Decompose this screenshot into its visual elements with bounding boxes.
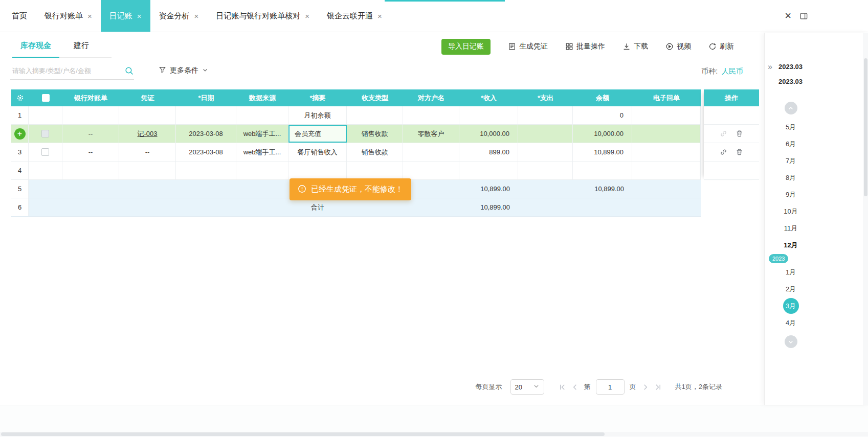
month-item[interactable]: 3月	[765, 297, 817, 314]
toast-text: 已经生成凭证，不能修改！	[311, 185, 403, 194]
column-header: 银行对账单	[62, 89, 119, 106]
per-page-value: 20	[515, 383, 522, 391]
search-icon[interactable]	[124, 66, 134, 76]
more-conditions-label: 更多条件	[170, 66, 198, 75]
top-tab-bar: 首页银行对账单×日记账×资金分析×日记账与银行对账单核对×银企云联开通× ×	[0, 0, 868, 32]
month-item[interactable]: 9月	[765, 186, 817, 203]
delete-icon[interactable]	[736, 130, 743, 137]
panel-date[interactable]: 2023.03	[778, 74, 803, 89]
scroll-months-down-button[interactable]	[785, 335, 797, 348]
account-tab[interactable]: 库存现金	[12, 35, 59, 58]
more-conditions-button[interactable]: 更多条件	[159, 66, 208, 75]
row-checkbox[interactable]	[41, 130, 49, 137]
close-all-icon[interactable]: ×	[785, 10, 791, 21]
column-header: *摘要	[288, 89, 347, 106]
batch-operations-button[interactable]: 批量操作	[565, 42, 605, 51]
next-page-button[interactable]	[641, 383, 649, 391]
cell-counterparty	[403, 143, 459, 161]
month-item[interactable]: 12月	[765, 237, 817, 254]
month-item[interactable]: 8月	[765, 169, 817, 186]
cell-bank: --	[62, 143, 119, 161]
table-row[interactable]: 3----2023-03-08web端手工...餐厅销售收入销售收款899.00…	[11, 143, 701, 162]
refresh-button[interactable]: 刷新	[708, 42, 734, 51]
table-row[interactable]: 1月初余额0	[11, 106, 701, 125]
cell-bank	[62, 106, 119, 124]
top-tab[interactable]: 银企云联开通×	[318, 0, 391, 32]
ops-cell	[704, 106, 759, 125]
download-button[interactable]: 下载	[622, 42, 648, 51]
tab-label: 银行对账单	[44, 11, 83, 21]
month-item[interactable]: 1月	[765, 264, 817, 281]
cell-type	[347, 162, 403, 179]
month-item[interactable]: 7月	[765, 152, 817, 169]
link-icon[interactable]	[720, 130, 727, 137]
month-item[interactable]: 10月	[765, 203, 817, 220]
scroll-months-up-button[interactable]	[785, 102, 797, 114]
month-item[interactable]: 5月	[765, 119, 817, 135]
month-item[interactable]: 6月	[765, 135, 817, 152]
checkbox-cell	[29, 198, 62, 216]
month-item[interactable]: 2月	[765, 281, 817, 297]
table-header-row: 银行对账单凭证*日期数据来源*摘要收支类型对方户名*收入*支出余额电子回单	[11, 89, 701, 106]
tab-close-icon[interactable]: ×	[137, 12, 142, 20]
last-page-button[interactable]	[654, 383, 662, 391]
cell-type: 销售收款	[347, 143, 403, 161]
cell-balance: 0	[573, 106, 632, 124]
column-header: 凭证	[119, 89, 176, 106]
cell-source	[236, 162, 288, 179]
tab-label: 银企云联开通	[327, 11, 373, 21]
select-all-checkbox[interactable]	[42, 94, 50, 102]
refresh-icon	[708, 42, 717, 51]
cell-date: 2023-03-08	[176, 143, 236, 161]
top-tab[interactable]: 日记账与银行对账单核对×	[207, 0, 318, 32]
first-page-button[interactable]	[559, 383, 566, 391]
import-journal-button[interactable]: 导入日记账	[441, 39, 491, 55]
cell-source	[236, 106, 288, 124]
video-button[interactable]: 视频	[665, 42, 691, 51]
panel-layout-icon[interactable]	[799, 12, 808, 20]
table-row[interactable]: +--记-0032023-03-08web端手工...会员充值销售收款零散客户1…	[11, 125, 701, 143]
tab-close-icon[interactable]: ×	[305, 12, 309, 20]
account-tab[interactable]: 建行	[65, 35, 97, 57]
cell-type: 销售收款	[347, 125, 403, 143]
cell-summary[interactable]: 会员充值	[288, 125, 347, 143]
row-number: +	[11, 125, 29, 143]
voucher-icon	[508, 42, 516, 51]
row-checkbox[interactable]	[41, 148, 49, 156]
table-row[interactable]: 4	[11, 162, 701, 180]
prev-page-button[interactable]	[571, 383, 579, 391]
column-settings-button[interactable]	[11, 89, 29, 106]
top-tab[interactable]: 银行对账单×	[36, 0, 101, 32]
top-tab[interactable]: 首页	[3, 0, 36, 32]
table-row[interactable]: 6合计10,899.00	[11, 198, 701, 217]
search-input[interactable]	[10, 67, 124, 75]
vertical-scrollbar-thumb[interactable]	[864, 58, 867, 196]
page-number-input[interactable]: 1	[596, 379, 625, 395]
tab-close-icon[interactable]: ×	[87, 12, 92, 20]
tab-close-icon[interactable]: ×	[377, 12, 382, 20]
tab-label: 资金分析	[159, 11, 190, 21]
add-row-button[interactable]: +	[14, 128, 26, 140]
collapse-panel-icon[interactable]: »	[766, 60, 774, 74]
voucher-link[interactable]: 记-003	[137, 129, 157, 139]
year-badge: 2023	[769, 254, 788, 263]
toolbar: 导入日记账 生成凭证 批量操作 下载 视频 刷新	[441, 38, 734, 55]
month-item[interactable]: 11月	[765, 220, 817, 237]
top-tab[interactable]: 资金分析×	[150, 0, 208, 32]
month-item[interactable]: 4月	[765, 314, 817, 331]
cell-date	[176, 198, 236, 216]
checkbox-cell	[29, 143, 62, 161]
delete-icon[interactable]	[736, 148, 743, 156]
checkbox-cell	[29, 106, 62, 124]
tab-label: 首页	[12, 11, 27, 21]
column-header: *收入	[459, 89, 518, 106]
cell-receipt	[632, 143, 701, 161]
horizontal-scrollbar-thumb[interactable]	[1, 432, 605, 436]
per-page-select[interactable]: 20	[510, 379, 544, 395]
currency-value[interactable]: 人民币	[722, 67, 743, 75]
tab-close-icon[interactable]: ×	[194, 12, 199, 20]
generate-voucher-button[interactable]: 生成凭证	[508, 42, 548, 51]
top-tab[interactable]: 日记账×	[101, 0, 150, 32]
panel-date[interactable]: 2023.03	[778, 59, 803, 74]
link-icon[interactable]	[720, 148, 727, 156]
